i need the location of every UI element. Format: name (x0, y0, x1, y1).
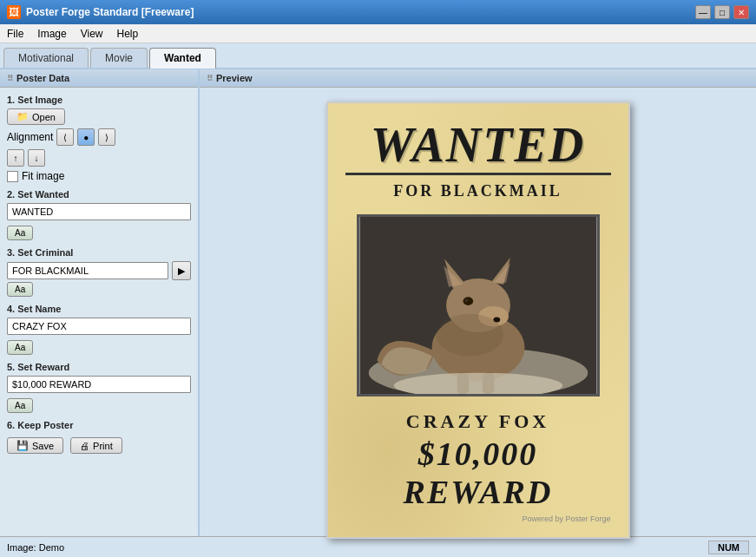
poster-watermark: Powered by Poster Forge (522, 514, 610, 523)
alignment-row: Alignment ⟨ ● ⟩ (7, 128, 191, 146)
right-panel: ⠿ Preview WANTED FOR BLACKMAIL (200, 69, 756, 536)
fit-image-checkbox[interactable] (7, 171, 18, 182)
maximize-button[interactable]: □ (714, 5, 730, 19)
wanted-font-button[interactable]: Aa (7, 226, 33, 240)
menu-bar: File Image View Help (0, 24, 756, 43)
font-icon-reward: Aa (15, 401, 25, 410)
criminal-nav-button[interactable]: ▶ (172, 261, 191, 280)
poster-wanted-text: WANTED (345, 121, 611, 175)
name-input[interactable] (7, 318, 191, 335)
align-down-button[interactable]: ↓ (28, 149, 45, 167)
fit-image-label: Fit image (22, 170, 64, 182)
minimize-button[interactable]: — (695, 5, 711, 19)
font-icon-wanted: Aa (15, 228, 25, 238)
save-print-row: 💾 Save 🖨 Print (7, 437, 191, 454)
folder-icon: 📁 (16, 111, 29, 122)
poster-reward: $10,000 REWARD (345, 435, 611, 511)
criminal-input-row: ▶ (7, 261, 191, 280)
preview-content: WANTED FOR BLACKMAIL (200, 88, 756, 553)
fit-image-row: Fit image (7, 170, 191, 182)
wanted-input[interactable] (7, 203, 191, 220)
align-right-button[interactable]: ⟩ (98, 128, 115, 146)
poster-data-header: ⠿ Poster Data (0, 69, 198, 88)
criminal-input[interactable] (7, 262, 168, 279)
keep-poster-label: 6. Keep Poster (7, 420, 191, 430)
align-up-button[interactable]: ↑ (7, 149, 24, 167)
tab-wanted[interactable]: Wanted (149, 48, 216, 69)
status-left: Image: Demo (7, 542, 64, 553)
tab-bar: Motivational Movie Wanted (0, 43, 756, 69)
reward-input[interactable] (7, 376, 191, 393)
preview-header: ⠿ Preview (200, 69, 756, 88)
font-icon-name: Aa (15, 343, 25, 352)
tab-movie[interactable]: Movie (90, 48, 148, 68)
print-button[interactable]: 🖨 Print (70, 437, 122, 454)
menu-view[interactable]: View (74, 26, 110, 42)
main-layout: ⠿ Poster Data 1. Set Image 📁 Open Alignm… (0, 69, 756, 536)
grip-icon: ⠿ (7, 74, 13, 83)
open-button[interactable]: 📁 Open (7, 108, 65, 125)
poster-name: CRAZY FOX (406, 410, 549, 433)
preview-grip-icon: ⠿ (207, 74, 213, 83)
panel-content: 1. Set Image 📁 Open Alignment ⟨ ● ⟩ ↑ ↓ … (0, 88, 198, 536)
print-icon: 🖨 (80, 441, 89, 451)
poster-image-box (357, 214, 600, 396)
close-button[interactable]: ✕ (733, 5, 749, 19)
criminal-font-button[interactable]: Aa (7, 282, 33, 297)
fox-image (359, 217, 597, 394)
tab-motivational[interactable]: Motivational (3, 48, 89, 68)
preview-label: Preview (216, 73, 253, 83)
window-title: Poster Forge Standard [Freeware] (26, 6, 194, 18)
poster-data-label: Poster Data (16, 73, 69, 83)
svg-point-9 (463, 297, 473, 305)
set-wanted-label: 2. Set Wanted (7, 189, 191, 200)
align-left-button[interactable]: ⟨ (56, 128, 74, 146)
status-right: NUM (708, 541, 749, 554)
menu-image[interactable]: Image (30, 26, 73, 42)
menu-file[interactable]: File (0, 26, 30, 42)
set-name-label: 4. Set Name (7, 304, 191, 314)
set-image-label: 1. Set Image (7, 95, 191, 105)
poster-subtitle: FOR BLACKMAIL (393, 182, 562, 200)
save-button[interactable]: 💾 Save (7, 437, 63, 454)
font-icon-criminal: Aa (15, 285, 25, 294)
set-criminal-label: 3. Set Criminal (7, 247, 191, 258)
save-icon: 💾 (16, 440, 29, 451)
svg-point-15 (436, 314, 503, 357)
wanted-poster: WANTED FOR BLACKMAIL (326, 102, 630, 539)
title-bar: 🖼 Poster Forge Standard [Freeware] — □ ✕ (0, 0, 756, 24)
svg-point-10 (464, 298, 468, 302)
alignment-label: Alignment (7, 131, 53, 143)
reward-font-button[interactable]: Aa (7, 398, 33, 413)
align-center-button[interactable]: ● (77, 128, 95, 146)
window-controls: — □ ✕ (695, 5, 749, 19)
menu-help[interactable]: Help (110, 26, 146, 42)
name-font-button[interactable]: Aa (7, 340, 33, 355)
left-panel: ⠿ Poster Data 1. Set Image 📁 Open Alignm… (0, 69, 200, 536)
app-icon: 🖼 (7, 5, 21, 19)
set-reward-label: 5. Set Reward (7, 362, 191, 372)
